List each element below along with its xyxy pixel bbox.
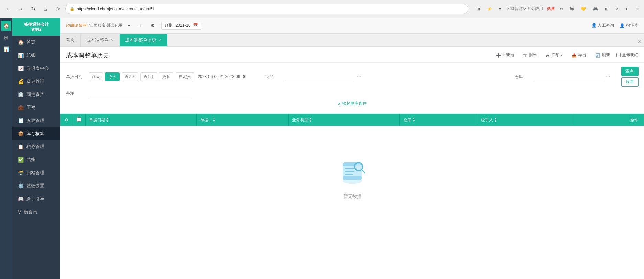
grid-btn[interactable]: ⊞ (603, 6, 610, 12)
home-btn[interactable]: ⌂ (41, 4, 50, 14)
th-date[interactable]: 单据日期 ▲▼ (85, 114, 196, 126)
show-details-label: 显示明细 (616, 52, 639, 58)
app-container: 🏠 ⊞ 📊 畅捷通好会计 旗舰版 🏠 首页 📊 总账 📈 云报表中心 💰 资金管… (0, 18, 644, 279)
remark-label: 备注 (66, 91, 83, 97)
company-dropdown[interactable]: ▾ (124, 21, 134, 31)
user-info[interactable]: 👤 徐泽华 (620, 23, 639, 29)
wallet-btn[interactable]: 💛 (579, 6, 588, 12)
th-biztype[interactable]: 业务类型 ▲▼ (288, 114, 399, 126)
collapse-label: 收起更多条件 (342, 101, 367, 107)
tab-首页[interactable]: 首页 (60, 34, 81, 46)
new-btn[interactable]: ➕ + 新增 (493, 51, 517, 59)
translate-btn[interactable]: 译 (568, 5, 576, 12)
sidebar-item-工资[interactable]: 💼 工资 (12, 101, 60, 114)
logo-line1: 畅捷通好会计 (24, 22, 49, 27)
date-btn-today[interactable]: 今天 (105, 72, 120, 81)
sidebar-item-归档管理[interactable]: 🗃️ 归档管理 (12, 166, 60, 179)
game-btn[interactable]: 🎮 (591, 6, 600, 12)
sidebar-item-基础设置[interactable]: ⚙️ 基础设置 (12, 179, 60, 192)
star-btn[interactable]: ☆ (53, 4, 63, 14)
sidebar-item-结账[interactable]: ✅ 结账 (12, 153, 60, 166)
left-icon-home[interactable]: 🏠 (1, 21, 11, 31)
browser-tools: ⊞ ⚡ ▾ 360智能抠图免费用 热搜 ✂ 译 💛 🎮 ⊞ ☀ ↩ ≡ (475, 5, 641, 12)
th-docno[interactable]: 单据... ▲▼ (196, 114, 288, 126)
forward-btn[interactable]: → (16, 4, 25, 14)
sidebar-item-固定资产[interactable]: 🏢 固定资产 (12, 88, 60, 101)
extensions-btn[interactable]: ⊞ (475, 6, 482, 12)
date-btn-custom[interactable]: 自定义 (176, 72, 194, 81)
sidebar-icon: 💰 (18, 79, 24, 84)
tab-close-btn[interactable]: ✕ (158, 38, 161, 43)
empty-state-illustration (335, 154, 370, 188)
delete-btn[interactable]: 🗑 删除 (520, 51, 540, 59)
warehouse-more-icon[interactable]: ··· (605, 74, 612, 80)
sidebar-item-label: 工资 (26, 104, 35, 111)
left-icon-3[interactable]: 📊 (1, 44, 11, 54)
sidebar-item-首页[interactable]: 🏠 首页 (12, 36, 60, 49)
refresh-btn[interactable]: 🔄 刷新 (592, 51, 613, 59)
svg-point-8 (356, 164, 361, 169)
date-btn-more[interactable]: 更多 (159, 72, 173, 81)
sidebar-item-库存核算[interactable]: 📦 库存核算 (12, 127, 60, 140)
settings-btn[interactable]: 设置 (621, 77, 639, 87)
query-btn[interactable]: 查询 (621, 67, 639, 76)
tab-成本调整单历史[interactable]: 成本调整单历史✕ (120, 34, 167, 46)
sidebar-icon: 📋 (18, 144, 24, 149)
calendar-icon[interactable]: 📅 (193, 23, 198, 28)
undo-btn[interactable]: ↩ (624, 6, 631, 12)
th-settings[interactable]: ⚙ (60, 114, 73, 126)
ssl-icon: 🔒 (70, 7, 75, 11)
add-company-btn[interactable]: + (136, 21, 146, 31)
sidebar-item-label: 发票管理 (26, 118, 44, 124)
print-icon: 🖨 (546, 53, 550, 58)
date-btn-yesterday[interactable]: 昨天 (89, 72, 103, 81)
address-bar[interactable]: 🔒 https://cloud.chanjet.com/accounting/u… (65, 4, 468, 14)
help-btn[interactable]: 👤 人工咨询 (591, 23, 614, 29)
th-checkbox[interactable] (73, 114, 85, 126)
show-details-text: 显示明细 (622, 52, 639, 58)
select-all-checkbox[interactable] (77, 117, 81, 122)
date-btn-1month[interactable]: 近1月 (140, 72, 157, 81)
sidebar-item-畅会员[interactable]: V 畅会员 (12, 205, 60, 219)
sidebar-item-label: 首页 (26, 39, 35, 45)
th-warehouse[interactable]: 仓库 ▲▼ (400, 114, 477, 126)
collapse-btn[interactable]: ∧ 收起更多条件 (66, 101, 639, 107)
company-settings-btn[interactable]: ⚙ (148, 21, 157, 31)
product-more-icon[interactable]: ··· (355, 74, 363, 80)
sidebar-item-总账[interactable]: 📊 总账 (12, 49, 60, 62)
remark-input[interactable] (89, 90, 192, 97)
sidebar-item-云报表中心[interactable]: 📈 云报表中心 (12, 62, 60, 75)
dropdown-btn[interactable]: ▾ (497, 6, 503, 12)
export-btn[interactable]: 📤 导出 (569, 51, 589, 59)
sidebar-item-资金管理[interactable]: 💰 资金管理 (12, 75, 60, 88)
sidebar-item-新手引导[interactable]: 📖 新手引导 (12, 192, 60, 205)
lightning-btn[interactable]: ⚡ (485, 6, 494, 12)
left-icon-bar: 🏠 ⊞ 📊 (0, 18, 12, 279)
empty-icon-container (335, 154, 370, 188)
help-label: 人工咨询 (598, 23, 614, 28)
tab-close-btn[interactable]: ✕ (111, 38, 114, 43)
tab-成本调整单[interactable]: 成本调整单✕ (81, 34, 120, 46)
top-bar: (勿删勿禁用) 江西服宝测试专用 ▾ + ⚙ 账期 2021-10 📅 👤 人工… (60, 18, 644, 34)
product-input[interactable] (285, 73, 353, 80)
th-handler[interactable]: 经手人 ▲▼ (477, 114, 572, 126)
sidebar-item-税务管理[interactable]: 📋 税务管理 (12, 140, 60, 153)
warehouse-input[interactable] (534, 73, 602, 80)
scissors-btn[interactable]: ✂ (557, 6, 565, 12)
account-info: (勿删勿禁用) 江西服宝测试专用 ▾ + ⚙ (66, 21, 157, 31)
th-ops-label: 操作 (630, 118, 638, 122)
back-btn[interactable]: ← (3, 4, 13, 14)
th-docno-label: 单据... (200, 117, 212, 123)
print-btn[interactable]: 🖨 打印 ▾ (543, 51, 565, 59)
sidebar-item-发票管理[interactable]: 🧾 发票管理 (12, 114, 60, 127)
menu-btn[interactable]: ≡ (634, 6, 641, 12)
left-icon-2[interactable]: ⊞ (1, 32, 11, 43)
period-badge: 账期 2021-10 📅 (161, 22, 201, 30)
date-btn-7days[interactable]: 近7天 (122, 72, 138, 81)
close-all-tabs-btn[interactable]: ✕ (634, 37, 644, 46)
brightness-btn[interactable]: ☀ (613, 6, 621, 12)
show-details-checkbox[interactable] (616, 53, 621, 57)
sidebar-item-label: 结账 (26, 157, 35, 163)
date-filter-row: 单据日期 昨天 今天 近7天 近1月 更多 自定义 2023-06-06 至 2… (66, 67, 639, 87)
reload-btn[interactable]: ↻ (28, 4, 38, 14)
